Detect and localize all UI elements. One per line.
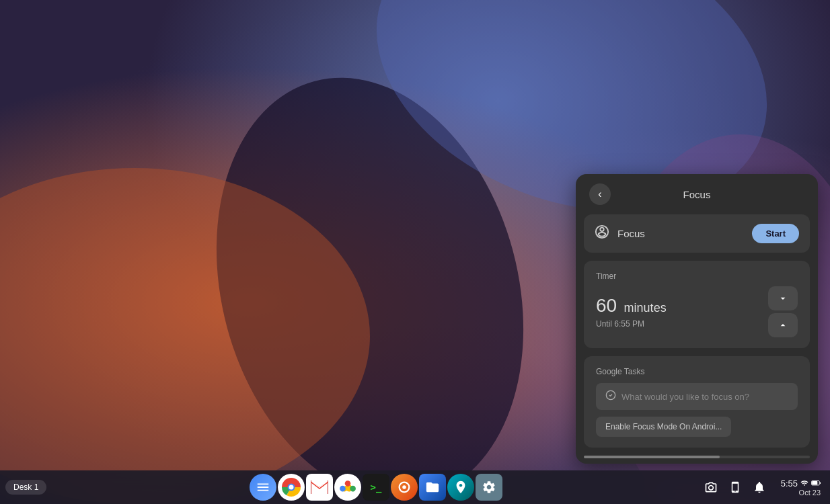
focus-panel-header: ‹ Focus — [576, 174, 818, 214]
start-button[interactable]: Start — [752, 224, 799, 243]
phone-tray-icon[interactable] — [724, 476, 746, 498]
focus-mode-name: Focus — [617, 228, 752, 239]
svg-point-2 — [0, 168, 370, 504]
desk-label[interactable]: Desk 1 — [5, 480, 46, 495]
timer-until: Until 6:55 PM — [596, 319, 667, 329]
timer-increase-button[interactable] — [768, 313, 798, 337]
taskbar-gmail-icon[interactable] — [306, 474, 333, 501]
clock-time: 5:55 — [781, 478, 821, 489]
taskbar-chrome-icon[interactable] — [278, 474, 305, 501]
timer-controls — [768, 286, 798, 337]
focus-mode-row: Focus Start — [584, 214, 810, 253]
panel-scrollbar-thumb — [584, 456, 720, 458]
svg-rect-12 — [812, 481, 817, 485]
focus-mode-icon — [595, 224, 609, 243]
taskbar-blue-app-icon[interactable] — [447, 474, 474, 501]
taskbar-settings-icon[interactable] — [476, 474, 502, 501]
timer-unit: minutes — [624, 301, 667, 314]
svg-point-10 — [402, 485, 406, 489]
taskbar-terminal-icon[interactable]: >_ — [363, 474, 389, 501]
taskbar-photos-icon[interactable] — [334, 474, 361, 501]
timer-section: Timer 60 minutes Until 6:55 PM — [584, 261, 810, 348]
timer-row: 60 minutes Until 6:55 PM — [596, 286, 798, 337]
taskbar-right: 5:55 Oct 23 — [700, 476, 825, 498]
clock-date: Oct 23 — [799, 489, 821, 497]
svg-rect-13 — [820, 482, 821, 484]
taskbar-orange-app-icon[interactable] — [391, 474, 418, 501]
back-button[interactable]: ‹ — [589, 183, 611, 205]
tasks-section: Google Tasks What would you like to focu… — [584, 356, 810, 448]
dnd-tray-icon[interactable] — [749, 476, 770, 498]
svg-point-7 — [289, 485, 294, 490]
taskbar: Desk 1 — [0, 470, 830, 504]
tasks-placeholder: What would you like to focus on? — [621, 392, 749, 402]
focus-panel-title: Focus — [611, 189, 783, 200]
timer-value: 60 — [596, 295, 617, 316]
taskbar-apps: >_ — [52, 474, 700, 501]
screenshot-tray-icon[interactable] — [700, 476, 722, 498]
clock-area[interactable]: 5:55 Oct 23 — [777, 477, 825, 498]
taskbar-files-icon[interactable] — [419, 474, 446, 501]
taskbar-launcher-icon[interactable] — [250, 474, 276, 501]
timer-label: Timer — [596, 271, 798, 281]
enable-focus-mode-button[interactable]: Enable Focus Mode On Androi... — [596, 417, 731, 437]
timer-decrease-button[interactable] — [768, 286, 798, 310]
focus-panel: ‹ Focus Focus Start Timer 60 minutes Unt… — [576, 174, 818, 464]
tasks-input-icon — [605, 390, 616, 403]
tasks-label: Google Tasks — [596, 367, 798, 376]
tasks-input-row[interactable]: What would you like to focus on? — [596, 383, 798, 410]
panel-scrollbar — [584, 456, 810, 458]
svg-point-0 — [172, 43, 569, 504]
